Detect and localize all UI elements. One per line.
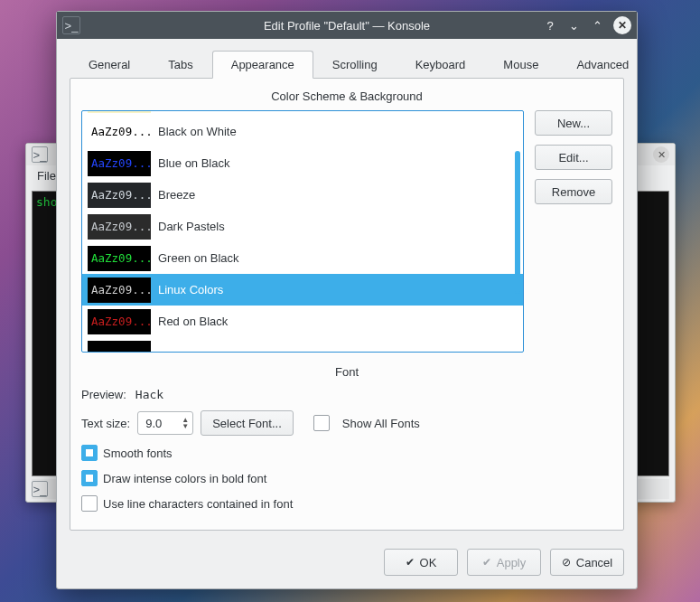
scheme-swatch: AaZz09... xyxy=(88,277,151,303)
scheme-item[interactable]: AaZz09... Dark Pastels xyxy=(82,211,523,242)
colorscheme-list[interactable]: AaZz09... Black on Random Light AaZz09..… xyxy=(81,110,524,353)
scheme-swatch xyxy=(88,341,151,353)
scheme-swatch: AaZz09... xyxy=(88,214,151,240)
line-chars-label: Use line characters contained in font xyxy=(103,497,293,511)
line-chars-checkbox[interactable] xyxy=(81,495,98,512)
scheme-label: Dark Pastels xyxy=(158,220,225,233)
bg-tab-icon[interactable]: >_ xyxy=(32,481,48,497)
preview-label: Preview: xyxy=(81,388,126,401)
minimize-icon[interactable]: ⌄ xyxy=(566,19,581,33)
scheme-swatch: AaZz09... xyxy=(88,246,151,271)
scheme-swatch: AaZz09... xyxy=(88,309,151,334)
edit-scheme-button[interactable]: Edit... xyxy=(535,145,612,170)
scheme-swatch: AaZz09... xyxy=(88,183,151,208)
shade-icon[interactable]: >_ xyxy=(62,16,80,34)
text-size-label: Text size: xyxy=(81,417,130,430)
cancel-button[interactable]: ⊘ Cancel xyxy=(550,549,624,576)
cancel-icon: ⊘ xyxy=(562,556,571,569)
tab-tabs[interactable]: Tabs xyxy=(149,51,211,79)
bg-close-icon[interactable]: ✕ xyxy=(653,146,669,163)
bg-shade-icon[interactable]: >_ xyxy=(32,146,48,163)
scheme-item[interactable]: AaZz09... Black on White xyxy=(82,116,523,147)
show-all-fonts-label: Show All Fonts xyxy=(342,417,420,430)
show-all-fonts-checkbox[interactable] xyxy=(313,415,330,431)
text-size-spin[interactable]: 9.0 ▲▼ xyxy=(137,411,193,435)
scheme-item[interactable] xyxy=(82,337,523,353)
tab-advanced[interactable]: Advanced xyxy=(557,51,648,79)
maximize-icon[interactable]: ⌃ xyxy=(590,19,604,33)
scheme-label: Blue on Black xyxy=(158,156,230,170)
text-size-value: 9.0 xyxy=(145,417,162,430)
scheme-item[interactable]: AaZz09... Green on Black xyxy=(82,242,523,274)
scheme-label: Breeze xyxy=(158,188,195,202)
ok-label: OK xyxy=(420,556,437,569)
check-icon: ✔ xyxy=(406,556,415,569)
tabbar: General Tabs Appearance Scrolling Keyboa… xyxy=(57,39,637,78)
check-icon: ✔ xyxy=(482,556,491,569)
preview-value: Hack xyxy=(135,388,163,401)
tab-scrolling[interactable]: Scrolling xyxy=(313,51,397,79)
apply-label: Apply xyxy=(497,556,527,569)
scheme-label: Black on White xyxy=(158,125,237,138)
smooth-fonts-label: Smooth fonts xyxy=(103,447,173,460)
scheme-item[interactable]: AaZz09... Red on Black xyxy=(82,306,523,337)
apply-button[interactable]: ✔ Apply xyxy=(467,549,541,576)
scheme-item[interactable]: AaZz09... Blue on Black xyxy=(82,147,523,179)
remove-scheme-button[interactable]: Remove xyxy=(535,179,612,204)
new-scheme-button[interactable]: New... xyxy=(535,110,612,136)
scheme-scrollbar[interactable] xyxy=(515,151,520,294)
dialog-footer: ✔ OK ✔ Apply ⊘ Cancel xyxy=(57,541,637,588)
tab-general[interactable]: General xyxy=(70,51,149,79)
tab-keyboard[interactable]: Keyboard xyxy=(397,51,485,79)
tab-appearance[interactable]: Appearance xyxy=(212,51,313,79)
scheme-swatch: AaZz09... xyxy=(88,119,151,145)
scheme-label: Red on Black xyxy=(158,315,228,328)
scheme-item-selected[interactable]: AaZz09... Linux Colors xyxy=(82,274,523,306)
scheme-label: Linux Colors xyxy=(158,283,223,296)
close-icon[interactable]: ✕ xyxy=(613,16,631,34)
scheme-swatch: AaZz09... xyxy=(88,110,151,113)
scheme-item[interactable]: AaZz09... Breeze xyxy=(82,179,523,211)
bold-intense-checkbox[interactable] xyxy=(81,470,98,486)
scheme-label: Green on Black xyxy=(158,251,239,265)
colorscheme-heading: Color Scheme & Background xyxy=(81,89,612,103)
select-font-button[interactable]: Select Font... xyxy=(201,410,294,436)
scheme-side-buttons: New... Edit... Remove xyxy=(535,110,612,353)
dialog-titlebar[interactable]: >_ Edit Profile "Default" — Konsole ? ⌄ … xyxy=(57,12,637,39)
cancel-label: Cancel xyxy=(576,556,612,569)
font-heading: Font xyxy=(81,365,612,379)
appearance-panel: Color Scheme & Background AaZz09... Blac… xyxy=(70,78,624,531)
ok-button[interactable]: ✔ OK xyxy=(384,549,458,576)
spin-arrows-icon[interactable]: ▲▼ xyxy=(182,417,191,429)
bold-intense-label: Draw intense colors in bold font xyxy=(103,472,266,485)
smooth-fonts-checkbox[interactable] xyxy=(81,445,98,461)
edit-profile-dialog: >_ Edit Profile "Default" — Konsole ? ⌄ … xyxy=(56,11,638,589)
bg-menu-file[interactable]: File xyxy=(37,169,56,183)
tab-mouse[interactable]: Mouse xyxy=(484,51,557,79)
help-icon[interactable]: ? xyxy=(543,19,557,33)
scheme-swatch: AaZz09... xyxy=(88,151,151,176)
